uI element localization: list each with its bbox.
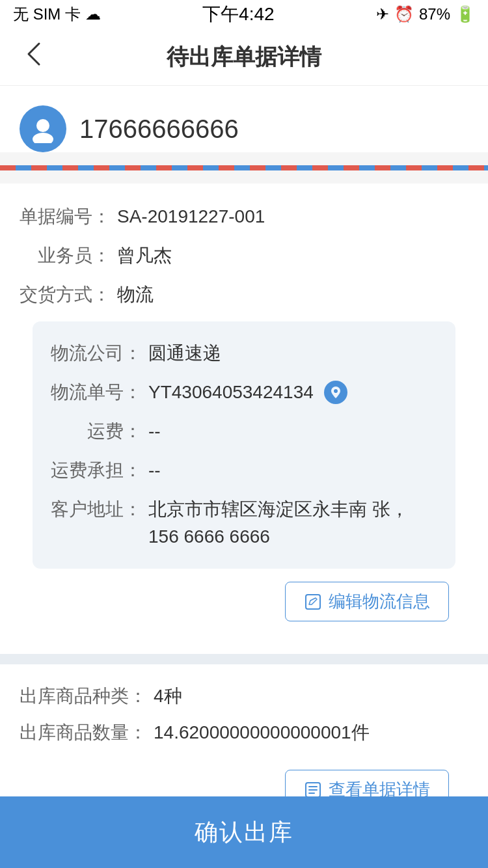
delivery-value: 物流 — [117, 281, 468, 308]
logistics-section: 物流公司： 圆通速递 物流单号： YT43064053424134 — [33, 321, 455, 569]
freight-bear-label: 运费承担： — [51, 457, 142, 484]
alarm-icon: ⏰ — [394, 5, 414, 23]
order-no-value: SA-20191227-001 — [117, 203, 468, 230]
svg-point-1 — [33, 133, 53, 143]
status-bar-left: 无 SIM 卡 ☁ — [13, 4, 101, 25]
freight-label: 运费： — [51, 418, 142, 445]
freight-row: 运费： -- — [51, 418, 437, 445]
bottom-bar: 确认出库 — [0, 796, 488, 868]
page-title: 待出库单据详情 — [167, 42, 321, 72]
address-row: 客户地址： 北京市市辖区海淀区永丰南 张，156 6666 6666 — [51, 496, 437, 550]
battery-level: 87% — [419, 5, 450, 23]
avatar — [20, 105, 66, 152]
edit-btn-row: 编辑物流信息 — [20, 569, 468, 634]
salesman-label: 业务员： — [20, 242, 111, 269]
location-indicator: ✈ — [376, 5, 389, 23]
goods-quantity-row: 出库商品数量： 14.62000000000000001件 — [20, 720, 468, 745]
tracking-number: YT43064053424134 — [148, 379, 314, 406]
freight-value: -- — [148, 418, 437, 445]
goods-quantity-value: 14.62000000000000001件 — [154, 720, 370, 745]
goods-kind-label: 出库商品种类： — [20, 684, 147, 709]
user-phone: 17666666666 — [79, 115, 468, 144]
order-no-label: 单据编号： — [20, 203, 111, 230]
status-bar-time: 下午4:42 — [202, 2, 275, 27]
edit-logistics-button[interactable]: 编辑物流信息 — [285, 582, 449, 621]
delivery-label: 交货方式： — [20, 281, 111, 308]
status-bar-right: ✈ ⏰ 87% 🔋 — [376, 5, 475, 23]
tracking-location-button[interactable] — [324, 381, 347, 404]
section-divider — [0, 654, 488, 664]
dashed-divider — [0, 165, 488, 170]
logistics-company-value: 圆通速递 — [148, 340, 437, 367]
svg-rect-4 — [306, 595, 320, 609]
battery-icon: 🔋 — [455, 5, 475, 23]
salesman-row: 业务员： 曾凡杰 — [20, 242, 468, 269]
order-info-section: 单据编号： SA-20191227-001 业务员： 曾凡杰 交货方式： 物流 … — [0, 183, 488, 654]
confirm-button[interactable]: 确认出库 — [195, 817, 293, 848]
freight-bear-row: 运费承担： -- — [51, 457, 437, 484]
address-value: 北京市市辖区海淀区永丰南 张，156 6666 6666 — [148, 496, 437, 550]
svg-point-3 — [334, 389, 338, 393]
sim-status: 无 SIM 卡 ☁ — [13, 4, 101, 25]
delivery-row: 交货方式： 物流 — [20, 281, 468, 308]
logistics-company-row: 物流公司： 圆通速递 — [51, 340, 437, 367]
edit-logistics-label: 编辑物流信息 — [329, 590, 430, 613]
logistics-tracking-row: 物流单号： YT43064053424134 — [51, 379, 437, 406]
status-bar: 无 SIM 卡 ☁ 下午4:42 ✈ ⏰ 87% 🔋 — [0, 0, 488, 29]
freight-bear-value: -- — [148, 457, 437, 484]
nav-bar: 待出库单据详情 — [0, 29, 488, 86]
goods-quantity-label: 出库商品数量： — [20, 720, 147, 745]
tracking-row: YT43064053424134 — [142, 379, 347, 406]
content: 17666666666 单据编号： SA-20191227-001 业务员： 曾… — [0, 86, 488, 868]
user-header: 17666666666 — [0, 86, 488, 152]
goods-kind-row: 出库商品种类： 4种 — [20, 684, 468, 709]
svg-point-0 — [36, 119, 49, 132]
logistics-company-label: 物流公司： — [51, 340, 142, 367]
logistics-tracking-label: 物流单号： — [51, 379, 142, 406]
address-label: 客户地址： — [51, 496, 142, 523]
salesman-value: 曾凡杰 — [117, 242, 468, 269]
order-no-row: 单据编号： SA-20191227-001 — [20, 203, 468, 230]
goods-kind-value: 4种 — [154, 684, 182, 709]
back-button[interactable] — [20, 34, 48, 79]
